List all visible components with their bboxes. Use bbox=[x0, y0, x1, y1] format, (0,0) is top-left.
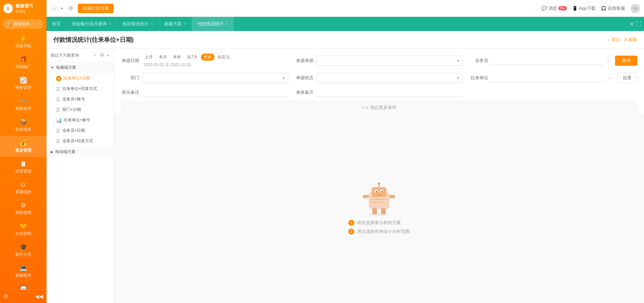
tip-num-2: 2 bbox=[348, 229, 354, 235]
note-body-label: 表体备注 bbox=[295, 89, 314, 95]
collapse-panel-btn[interactable]: « bbox=[107, 52, 110, 58]
tip-text-1: 请先选择要分析的方案 bbox=[357, 220, 401, 226]
operations-icon: 📋 bbox=[20, 160, 27, 168]
date-btn-this-year[interactable]: 本年 bbox=[170, 54, 184, 61]
date-range-text: 2022-01-01 至 2022-12-31 bbox=[143, 62, 233, 68]
partner-input[interactable] bbox=[490, 73, 605, 82]
tab-home[interactable]: 首页 bbox=[47, 17, 66, 31]
sidebar-item-operations[interactable]: 📋 经营管理 bbox=[0, 157, 47, 178]
sidebar-item-weixin[interactable]: 💬 企业微信 bbox=[0, 282, 47, 290]
expand-icon: ▼ bbox=[51, 66, 54, 69]
user-avatar[interactable]: Rit bbox=[631, 4, 640, 13]
scheme-item-salesperson-settle[interactable]: ☰ 业务员+结算方式 bbox=[47, 136, 114, 146]
company-selector[interactable]: ··· ▼ bbox=[51, 5, 64, 11]
collapse-more-btn[interactable]: ∧∧ 收起更多条件 bbox=[121, 101, 637, 113]
scheme-icon: ☰ bbox=[56, 128, 60, 133]
sidebar-item-quick-nav[interactable]: ⚡ 快捷导航 bbox=[0, 31, 47, 52]
salesperson-label: 业务员 bbox=[470, 58, 488, 64]
tab-home-label: 首页 bbox=[52, 21, 61, 27]
source-control[interactable]: ▼ bbox=[316, 56, 463, 66]
settings-bottom-icon[interactable]: ⚙ bbox=[3, 293, 8, 300]
download-icon: 📱 bbox=[572, 6, 578, 11]
export-btn[interactable]: ↑ 导出 bbox=[608, 37, 620, 43]
sidebar-item-basic[interactable]: 🗂 基础信息 bbox=[0, 178, 47, 198]
logo-text-group: 畅捷通巧 标准版 bbox=[16, 3, 33, 14]
partner-dots[interactable]: ··· bbox=[608, 74, 613, 82]
sidebar-item-guide[interactable]: 🎓 新手引导 bbox=[0, 240, 47, 261]
date-label: 单据日期 bbox=[121, 58, 139, 64]
sidebar-item-system[interactable]: ⚙ 系统管理 bbox=[0, 198, 47, 219]
messages-btn[interactable]: 💬 消息 99+ bbox=[541, 5, 567, 11]
date-btn-custom[interactable]: 自定义 bbox=[215, 54, 233, 61]
filter-doc-status: 单据状态 ▼ bbox=[295, 72, 463, 83]
date-btn-more[interactable]: 更多 bbox=[201, 54, 214, 61]
tab-new-scheme[interactable]: 新建方案 × bbox=[159, 17, 192, 31]
settings-button[interactable]: 设置 bbox=[617, 72, 637, 83]
sidebar: 6 畅捷通巧 标准版 🔍 搜索菜单 ⚡ 快捷导航 🎁 营销推广 📈 销售管理 🛒… bbox=[0, 0, 47, 303]
close-all-tabs-btn[interactable]: ✕ bbox=[630, 21, 634, 27]
salesperson-input[interactable] bbox=[490, 56, 603, 65]
date-btn-last-month[interactable]: 上月 bbox=[142, 54, 155, 61]
messages-label: 消息 bbox=[548, 5, 557, 11]
query-button[interactable]: 查询 bbox=[615, 56, 637, 66]
sidebar-logo: 6 畅捷通巧 标准版 bbox=[0, 0, 47, 17]
scheme-group-mobile-header[interactable]: ▶ 移动端方案 bbox=[47, 146, 114, 157]
scheme-item-salesperson-account[interactable]: ☰ 业务员+账号 bbox=[47, 94, 114, 104]
group-label: 移动端方案 bbox=[55, 149, 76, 155]
trial-button[interactable]: 体验行业方案 bbox=[78, 4, 114, 13]
tab-receipts[interactable]: 收款情况统计 × bbox=[117, 17, 159, 31]
tab-cash-flow[interactable]: 现金银行流水查询 × bbox=[66, 17, 117, 31]
tab-cash-flow-close[interactable]: × bbox=[109, 22, 111, 26]
refresh-btn[interactable]: ↺ 刷新 bbox=[623, 37, 637, 43]
tab-receipts-close[interactable]: × bbox=[151, 22, 153, 26]
svg-rect-7 bbox=[389, 195, 395, 198]
scheme-item-partner-settle[interactable]: ☰ 往来单位+结算方式 bbox=[47, 84, 114, 94]
scheme-item-partner-account[interactable]: 📊 往来单位+账号 bbox=[47, 115, 114, 125]
sidebar-item-hardware[interactable]: 💻 智能硬件 bbox=[0, 261, 47, 282]
scheme-item-label: 部门+日期 bbox=[62, 107, 81, 113]
sidebar-item-inventory[interactable]: 📦 库存核算 bbox=[0, 115, 47, 136]
salesperson-control bbox=[490, 56, 603, 65]
salesperson-dots[interactable]: ··· bbox=[606, 57, 611, 64]
scheme-item-dept-date[interactable]: ☰ 部门+日期 bbox=[47, 104, 114, 115]
tab-new-scheme-close[interactable]: × bbox=[184, 22, 186, 26]
empty-tip-2: 2 用过滤条件来缩小分析范围 bbox=[348, 229, 410, 235]
sidebar-item-label: 智能硬件 bbox=[15, 273, 31, 278]
topbar: ··· ▼ ⚙ 体验行业方案 💬 消息 99+ 📱 App下载 🎧 在线客服 R… bbox=[47, 0, 644, 17]
scheme-settings-btn[interactable]: ⚙ bbox=[100, 52, 104, 58]
maximize-btn[interactable]: ⛶ bbox=[636, 21, 641, 27]
empty-state-area: 1 请先选择要分析的方案 2 用过滤条件来缩小分析范围 bbox=[114, 113, 644, 303]
search-menu-item[interactable]: 🔍 搜索菜单 bbox=[3, 20, 43, 29]
app-download-btn[interactable]: 📱 App下载 bbox=[572, 5, 595, 11]
scheme-item-partner-date[interactable]: ● 往来单位+日期 bbox=[47, 73, 114, 84]
filter-note-body: 表体备注 bbox=[295, 88, 463, 97]
tip-text-2: 用过滤条件来缩小分析范围 bbox=[357, 229, 410, 235]
sidebar-item-purchase[interactable]: 🛒 采购管理 bbox=[0, 94, 47, 115]
online-service-label: 在线客服 bbox=[608, 5, 625, 11]
add-scheme-btn[interactable]: ＋ bbox=[92, 52, 97, 58]
partner-control bbox=[490, 73, 605, 82]
tab-payments-close[interactable]: × bbox=[226, 22, 228, 26]
source-select[interactable]: ▼ bbox=[316, 56, 463, 66]
scheme-group-mobile: ▶ 移动端方案 bbox=[47, 146, 114, 157]
sidebar-item-marketing[interactable]: 🎁 营销推广 bbox=[0, 52, 47, 73]
date-btn-7days[interactable]: 近7天 bbox=[184, 54, 200, 61]
tab-payments[interactable]: 付款情况统计 × bbox=[192, 17, 234, 31]
collapse-sidebar-btn[interactable]: ◀◀ bbox=[35, 293, 43, 300]
sidebar-item-sales[interactable]: 📈 销售管理 bbox=[0, 73, 47, 94]
date-btn-this-month[interactable]: 本月 bbox=[156, 54, 170, 61]
note-header-input[interactable] bbox=[142, 88, 288, 97]
doc-status-control[interactable]: ▼ bbox=[316, 73, 463, 83]
dept-control[interactable]: ▼ bbox=[142, 73, 288, 83]
dept-select[interactable]: ▼ bbox=[142, 73, 288, 83]
scheme-item-salesperson-date[interactable]: ☰ 业务员+日期 bbox=[47, 125, 114, 136]
note-body-input[interactable] bbox=[316, 88, 463, 97]
tab-new-scheme-label: 新建方案 bbox=[164, 21, 182, 27]
sidebar-item-cooperation[interactable]: 🤝 企业协同 bbox=[0, 219, 47, 240]
topbar-settings-icon[interactable]: ⚙ bbox=[68, 5, 73, 11]
doc-status-select[interactable]: ▼ bbox=[316, 73, 463, 83]
online-service-btn[interactable]: 🎧 在线客服 bbox=[601, 5, 625, 11]
sidebar-item-capital[interactable]: 💰 资金管理 bbox=[0, 136, 47, 157]
logo-icon: 6 bbox=[3, 4, 13, 13]
scheme-group-desktop-header[interactable]: ▼ 电脑端方案 bbox=[47, 62, 114, 73]
